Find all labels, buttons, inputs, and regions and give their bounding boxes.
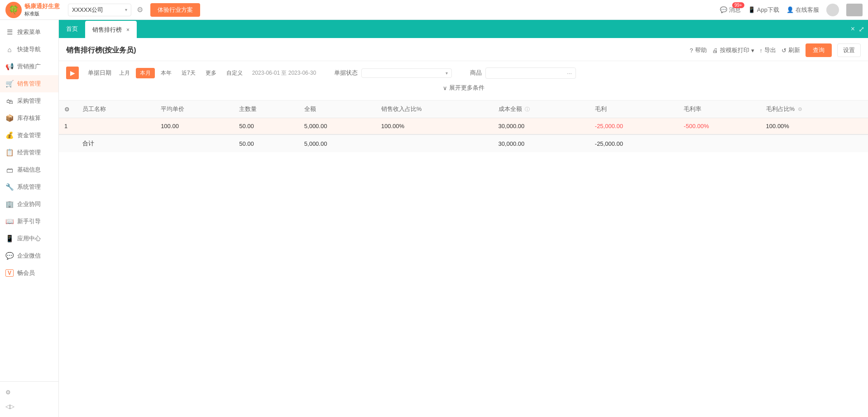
company-name: XXXXX公司	[72, 6, 123, 14]
sidebar-item-purchase[interactable]: 🛍 采购管理	[0, 92, 58, 110]
date-btn-this-month[interactable]: 本月	[136, 68, 155, 78]
purchase-icon: 🛍	[5, 97, 14, 105]
app-logo-text: 畅康通好生意 标准版	[24, 3, 60, 17]
goods-more-icon[interactable]: ···	[567, 70, 572, 77]
inventory-icon: 📦	[5, 114, 14, 122]
message-button[interactable]: 💬 消息 99+	[720, 6, 741, 14]
footer-profit: -25,000.00	[590, 134, 678, 152]
date-btn-custom[interactable]: 自定义	[222, 68, 247, 78]
date-btn-7days[interactable]: 近7天	[177, 68, 200, 78]
sidebar-label-system: 系统管理	[17, 183, 41, 191]
sidebar-item-sales[interactable]: 🛒 销售管理	[0, 75, 58, 92]
home-icon: ⌂	[5, 46, 14, 53]
footer-profit-rate	[678, 134, 760, 152]
member-icon: V	[5, 269, 14, 277]
th-profit: 毛利	[590, 101, 678, 118]
sidebar-label-guide: 新手引导	[17, 217, 41, 225]
sidebar-item-finance[interactable]: 💰 资金管理	[0, 127, 58, 144]
window-expand-icon[interactable]: ⤢	[858, 25, 864, 34]
sidebar-label-marketing: 营销推广	[17, 62, 41, 71]
tab-close-icon[interactable]: ×	[126, 27, 129, 33]
column-settings-icon[interactable]: ⚙	[64, 106, 70, 113]
footer-qty: 50.00	[234, 134, 299, 152]
goods-input[interactable]: ···	[485, 67, 576, 79]
refresh-button[interactable]: ↺ 刷新	[782, 46, 800, 54]
app-download-button[interactable]: 📱 App下载	[748, 6, 779, 14]
sidebar-label-enterprise: 企业协同	[17, 200, 41, 208]
avatar[interactable]	[826, 4, 839, 16]
cell-profit-rate: -500.00%	[678, 118, 760, 135]
sidebar-item-marketing[interactable]: 📢 营销推广	[0, 58, 58, 75]
chevron-down-icon: ▾	[125, 7, 127, 12]
cell-name	[77, 118, 155, 135]
cell-cost: 30,000.00	[493, 118, 590, 135]
sidebar-item-wechat[interactable]: 💬 企业微信	[0, 247, 58, 264]
cell-profit-pct: 100.00%	[761, 118, 868, 135]
service-icon: 👤	[786, 6, 794, 13]
sidebar-item-search-order[interactable]: ☰ 搜索菜单	[0, 24, 58, 41]
th-avg-price: 平均单价	[155, 101, 234, 118]
search-icon: ☰	[5, 28, 14, 36]
profit-pct-info-icon[interactable]: ⚙	[798, 106, 802, 112]
sidebar-item-enterprise[interactable]: 🏢 企业协同	[0, 196, 58, 213]
help-icon: ?	[690, 47, 693, 54]
enterprise-icon: 🏢	[5, 200, 14, 208]
export-button[interactable]: ↑ 导出	[760, 46, 777, 54]
message-badge: 99+	[732, 2, 744, 8]
print-button[interactable]: 🖨 按模板打印 ▾	[712, 46, 754, 54]
sidebar-label-finance: 资金管理	[17, 131, 41, 139]
goods-label: 商品	[470, 69, 482, 77]
message-icon: 💬	[720, 6, 727, 13]
trial-button[interactable]: 体验行业方案	[150, 3, 200, 17]
sidebar-item-system[interactable]: 🔧 系统管理	[0, 178, 58, 196]
status-select-arrow: ▾	[446, 71, 448, 76]
cell-profit: -25,000.00	[590, 118, 678, 135]
print-icon: 🖨	[712, 47, 718, 54]
app-center-icon: 📱	[5, 235, 14, 243]
date-btn-last-month[interactable]: 上月	[115, 68, 134, 78]
sidebar-item-member[interactable]: V 畅会员	[0, 264, 58, 282]
avatar-text[interactable]	[846, 4, 863, 16]
page-title: 销售排行榜(按业务员)	[66, 46, 690, 55]
company-settings-icon[interactable]: ⚙	[135, 4, 145, 16]
sidebar-item-basic-info[interactable]: 🗃 基础信息	[0, 161, 58, 178]
cell-avg-price: 100.00	[155, 118, 234, 135]
sidebar-item-guide[interactable]: 📖 新手引导	[0, 213, 58, 230]
cost-info-icon[interactable]: ⓘ	[525, 106, 530, 112]
sidebar-label-basic-info: 基础信息	[17, 166, 41, 174]
sidebar-label-inventory: 库存核算	[17, 114, 41, 122]
date-btn-more[interactable]: 更多	[201, 68, 221, 78]
expand-more-icon: ∨	[443, 85, 447, 91]
status-filter: 单据状态 ▾	[334, 68, 452, 78]
sidebar-item-inventory[interactable]: 📦 库存核算	[0, 110, 58, 127]
tab-sales-ranking[interactable]: 销售排行榜 ×	[85, 21, 137, 39]
expand-more-button[interactable]: ∨ 展开更多条件	[66, 81, 861, 95]
footer-amount: 5,000.00	[299, 134, 376, 152]
company-selector[interactable]: XXXXX公司 ▾	[68, 4, 131, 16]
date-label: 单据日期	[88, 69, 111, 77]
expand-arrow-button[interactable]: ▶	[66, 67, 79, 79]
sidebar-item-operations[interactable]: 📋 经营管理	[0, 144, 58, 161]
cell-amount: 5,000.00	[299, 118, 376, 135]
print-dropdown-icon: ▾	[751, 47, 754, 54]
online-service-button[interactable]: 👤 在线客服	[786, 6, 819, 14]
table-row: 1 100.00 50.00 5,000.00 100.00% 30,000.0…	[59, 118, 868, 135]
tab-home[interactable]: 首页	[59, 20, 85, 38]
app-logo-icon: 🍀	[5, 2, 22, 18]
status-select[interactable]: ▾	[361, 68, 452, 78]
th-profit-pct: 毛利占比% ⚙	[761, 101, 868, 118]
query-button[interactable]: 查询	[806, 43, 832, 57]
setting-button[interactable]: 设置	[837, 43, 861, 57]
th-profit-rate: 毛利率	[678, 101, 760, 118]
sidebar-collapse-button[interactable]: ◁▷	[0, 399, 58, 413]
status-label: 单据状态	[334, 69, 358, 77]
date-range-text: 2023-06-01 至 2023-06-30	[252, 69, 316, 77]
sidebar-settings-button[interactable]: ⚙	[0, 385, 58, 399]
sidebar-item-quick-nav[interactable]: ⌂ 快捷导航	[0, 41, 58, 58]
date-btn-this-year[interactable]: 本年	[157, 68, 176, 78]
help-button[interactable]: ? 帮助	[690, 46, 706, 54]
window-close-icon[interactable]: ×	[851, 25, 855, 33]
footer-total-label: 合计	[77, 134, 155, 152]
collapse-icon: ◁▷	[5, 403, 14, 410]
sidebar-item-app-center[interactable]: 📱 应用中心	[0, 230, 58, 247]
